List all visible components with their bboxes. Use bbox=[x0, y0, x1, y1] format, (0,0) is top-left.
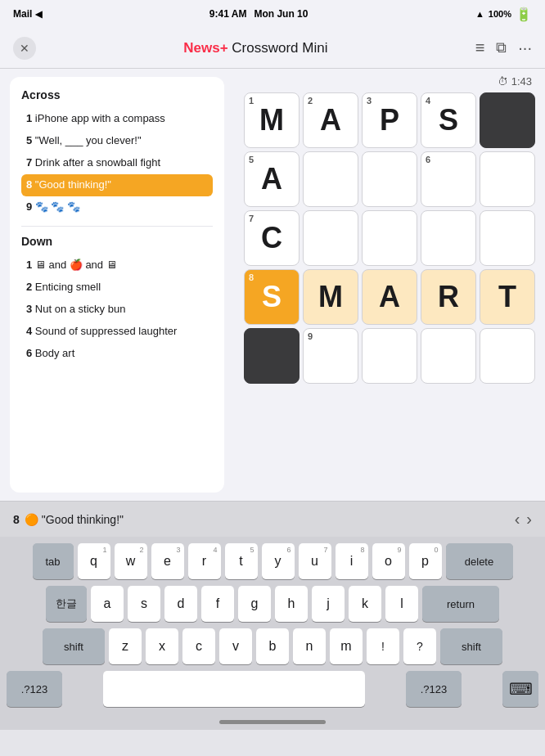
clue-down-6[interactable]: 6 Body art bbox=[21, 343, 213, 365]
key-v[interactable]: v bbox=[219, 628, 252, 664]
close-button[interactable]: ✕ bbox=[13, 37, 36, 60]
numbers-key-left[interactable]: .?123 bbox=[7, 671, 62, 707]
key-x[interactable]: x bbox=[146, 628, 178, 664]
grid-area: ⏱ 1:43 1M2A3P4S5A67C8SMART9 bbox=[231, 69, 545, 501]
cell-letter: A bbox=[379, 280, 400, 314]
carrier-label: Mail bbox=[13, 8, 32, 20]
clue-across-1[interactable]: 1 iPhone app with a compass bbox=[21, 108, 213, 130]
cell-r3-c2[interactable]: A bbox=[362, 269, 417, 325]
cell-r3-c0[interactable]: 8S bbox=[244, 269, 300, 325]
cell-r1-c1[interactable] bbox=[303, 151, 358, 207]
key-i[interactable]: i8 bbox=[336, 543, 368, 579]
timer-icon: ⏱ bbox=[498, 75, 508, 88]
clue-down-4[interactable]: 4 Sound of suppressed laughter bbox=[21, 321, 213, 343]
key-m[interactable]: m bbox=[330, 628, 363, 664]
cell-r4-c2[interactable] bbox=[362, 328, 417, 384]
key-q[interactable]: q1 bbox=[78, 543, 110, 579]
more-icon[interactable]: ··· bbox=[518, 38, 532, 57]
hangul-key[interactable]: 한글 bbox=[46, 586, 87, 622]
clue-across-7[interactable]: 7 Drink after a snowball fight bbox=[21, 152, 213, 174]
keyboard-bottom-row: .?123 .?123 ⌨ bbox=[3, 671, 542, 707]
key-excl[interactable]: ! bbox=[367, 628, 399, 664]
prev-clue-button[interactable]: ‹ bbox=[515, 510, 520, 529]
status-left: Mail ◀ bbox=[13, 8, 42, 20]
key-z[interactable]: z bbox=[109, 628, 142, 664]
key-w[interactable]: w2 bbox=[115, 543, 147, 579]
cell-number: 9 bbox=[308, 332, 313, 341]
cell-r1-c2[interactable] bbox=[362, 151, 417, 207]
clue-across-8[interactable]: 8 "Good thinking!" bbox=[21, 174, 213, 196]
next-clue-button[interactable]: › bbox=[526, 510, 532, 529]
cell-number: 6 bbox=[426, 155, 430, 164]
clue-down-3[interactable]: 3 Nut on a sticky bun bbox=[21, 299, 213, 321]
back-arrow: ◀ bbox=[35, 9, 42, 20]
keyboard-row-2: 한글 a s d f g h j k l return bbox=[3, 586, 542, 622]
key-r[interactable]: r4 bbox=[188, 543, 221, 579]
list-icon[interactable]: ≡ bbox=[475, 38, 485, 57]
cell-r2-c4[interactable] bbox=[480, 210, 535, 266]
cell-r4-c4[interactable] bbox=[480, 328, 535, 384]
cell-letter: P bbox=[380, 103, 399, 137]
shift-key-right[interactable]: shift bbox=[440, 628, 502, 664]
key-o[interactable]: o9 bbox=[372, 543, 405, 579]
clue-across-9[interactable]: 9 🐾 🐾 🐾 bbox=[21, 196, 213, 218]
key-g[interactable]: g bbox=[238, 586, 271, 622]
spacebar[interactable] bbox=[103, 671, 365, 707]
key-e[interactable]: e3 bbox=[151, 543, 184, 579]
clue-down-1[interactable]: 1 🖥 and 🍎 and 🖥 bbox=[21, 254, 213, 277]
cell-number: 8 bbox=[249, 273, 254, 282]
bottom-clue-bar: 8 🟠 "Good thinking!" ‹ › bbox=[0, 501, 545, 537]
key-b[interactable]: b bbox=[256, 628, 289, 664]
cell-r1-c4[interactable] bbox=[480, 151, 535, 207]
cell-r4-c1[interactable]: 9 bbox=[303, 328, 358, 384]
cell-r2-c3[interactable] bbox=[421, 210, 476, 266]
cell-r2-c0[interactable]: 7C bbox=[244, 210, 300, 266]
key-j[interactable]: j bbox=[312, 586, 345, 622]
cell-r1-c0[interactable]: 5A bbox=[244, 151, 300, 207]
tab-key[interactable]: tab bbox=[33, 543, 74, 579]
wifi-icon: ▲ bbox=[475, 9, 484, 19]
status-date: Mon Jun 10 bbox=[254, 8, 308, 20]
cell-letter: M bbox=[318, 280, 343, 314]
cell-r0-c1[interactable]: 2A bbox=[303, 92, 358, 148]
numbers-key-right[interactable]: .?123 bbox=[406, 671, 462, 707]
cell-r3-c1[interactable]: M bbox=[303, 269, 358, 325]
nav-right: ≡ ⧉ ··· bbox=[475, 38, 532, 57]
cell-r2-c2[interactable] bbox=[362, 210, 417, 266]
key-l[interactable]: l bbox=[385, 586, 418, 622]
cell-r3-c4[interactable]: T bbox=[480, 269, 535, 325]
timer-bar: ⏱ 1:43 bbox=[498, 75, 532, 88]
keyboard-dismiss-button[interactable]: ⌨ bbox=[502, 671, 538, 707]
clue-down-2[interactable]: 2 Enticing smell bbox=[21, 277, 213, 299]
key-n[interactable]: n bbox=[293, 628, 326, 664]
key-h[interactable]: h bbox=[275, 586, 308, 622]
return-key[interactable]: return bbox=[422, 586, 499, 622]
cell-r0-c2[interactable]: 3P bbox=[362, 92, 417, 148]
key-t[interactable]: t5 bbox=[225, 543, 258, 579]
key-question[interactable]: ? bbox=[403, 628, 436, 664]
key-f[interactable]: f bbox=[201, 586, 234, 622]
nav-title-text: Crossword Mini bbox=[232, 40, 327, 56]
cell-r0-c3[interactable]: 4S bbox=[421, 92, 476, 148]
cell-r4-c3[interactable] bbox=[421, 328, 476, 384]
display-icon[interactable]: ⧉ bbox=[496, 39, 507, 56]
key-c[interactable]: c bbox=[182, 628, 215, 664]
key-u[interactable]: u7 bbox=[299, 543, 331, 579]
cell-letter: C bbox=[261, 221, 282, 255]
shift-key[interactable]: shift bbox=[43, 628, 105, 664]
key-s[interactable]: s bbox=[128, 586, 160, 622]
key-p[interactable]: p0 bbox=[409, 543, 442, 579]
cell-r2-c1[interactable] bbox=[303, 210, 358, 266]
cell-r1-c3[interactable]: 6 bbox=[421, 151, 476, 207]
key-y[interactable]: y6 bbox=[262, 543, 295, 579]
nav-title: News+ Crossword Mini bbox=[183, 40, 327, 56]
delete-key[interactable]: delete bbox=[446, 543, 513, 579]
key-a[interactable]: a bbox=[91, 586, 124, 622]
key-k[interactable]: k bbox=[349, 586, 381, 622]
cell-r0-c0[interactable]: 1M bbox=[244, 92, 300, 148]
crossword-grid: 1M2A3P4S5A67C8SMART9 bbox=[244, 92, 535, 384]
cell-letter: R bbox=[438, 280, 459, 314]
clue-across-5[interactable]: 5 "Well, ___ you clever!" bbox=[21, 130, 213, 152]
cell-r3-c3[interactable]: R bbox=[421, 269, 476, 325]
key-d[interactable]: d bbox=[164, 586, 197, 622]
